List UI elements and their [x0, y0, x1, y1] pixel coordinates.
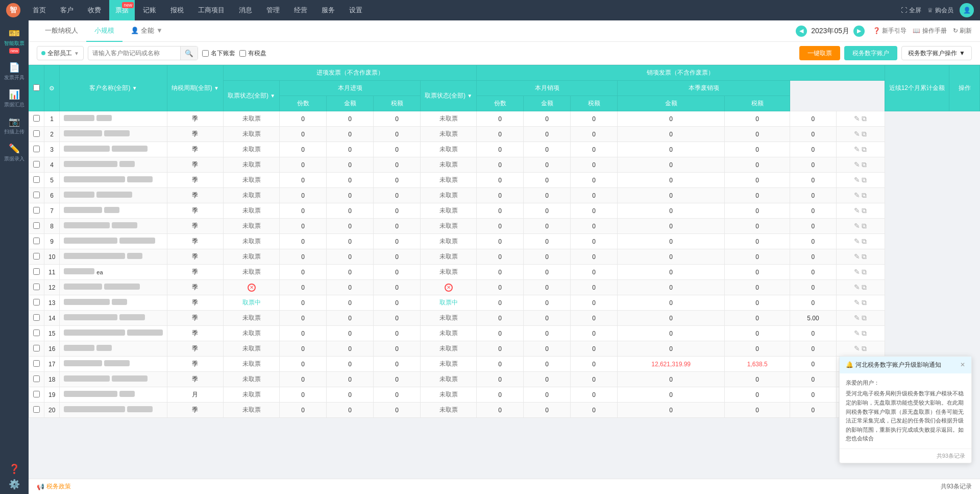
tax-digital-account-ops-btn[interactable]: 税务数字账户操作 ▼ [901, 46, 972, 60]
row-customer-name[interactable] [60, 234, 167, 249]
edit-icon[interactable]: ✎ [854, 145, 860, 153]
nav-home[interactable]: 首页 [27, 0, 52, 20]
period-next-btn[interactable]: ▶ [853, 26, 865, 37]
copy-icon[interactable]: ⧉ [862, 298, 867, 307]
row-checkbox[interactable] [33, 207, 40, 214]
sidebar-item-invoice-entry[interactable]: ✏️ 票据录入 [2, 140, 27, 165]
check-tax-disk[interactable]: 有税盘 [239, 49, 266, 58]
edit-icon[interactable]: ✎ [854, 114, 860, 123]
edit-icon[interactable]: ✎ [854, 237, 860, 245]
row-customer-name[interactable] [60, 173, 167, 188]
period-prev-btn[interactable]: ◀ [796, 26, 807, 37]
row-checkbox[interactable] [33, 360, 40, 367]
row-customer-name[interactable] [60, 295, 167, 311]
user-avatar[interactable]: 👤 [960, 3, 974, 17]
row-customer-name[interactable] [60, 372, 167, 387]
sidebar-item-scan-upload[interactable]: 📷 扫描上传 [2, 113, 27, 138]
copy-icon[interactable]: ⧉ [862, 329, 867, 337]
copy-icon[interactable]: ⧉ [862, 268, 867, 276]
tax-policy-link[interactable]: 税务政策 [46, 482, 71, 491]
sidebar-item-invoice-summary[interactable]: 📊 票据汇总 [2, 86, 27, 111]
nav-business[interactable]: 工商项目 [192, 0, 231, 20]
row-customer-name[interactable] [60, 127, 167, 142]
edit-icon[interactable]: ✎ [854, 191, 860, 199]
edit-icon[interactable]: ✎ [854, 252, 860, 261]
tax-digital-account-btn[interactable]: 税务数字账户 [844, 46, 897, 60]
row-customer-name[interactable] [60, 157, 167, 173]
row-checkbox[interactable] [33, 284, 40, 290]
row-checkbox[interactable] [33, 146, 40, 152]
help-icon[interactable]: ❓ [9, 463, 20, 475]
nav-service[interactable]: 服务 [315, 0, 341, 20]
nav-message[interactable]: 消息 [233, 0, 258, 20]
edit-icon[interactable]: ✎ [854, 314, 860, 322]
edit-icon[interactable]: ✎ [854, 344, 860, 352]
copy-icon[interactable]: ⧉ [862, 283, 867, 291]
th-inbound-status[interactable]: 取票状态(全部) ▼ [223, 81, 279, 111]
row-customer-name[interactable] [60, 357, 167, 372]
nav-tax[interactable]: 报税 [164, 0, 190, 20]
select-all-checkbox[interactable] [33, 84, 40, 91]
edit-icon[interactable]: ✎ [854, 176, 860, 184]
search-input[interactable] [88, 50, 180, 57]
row-checkbox[interactable] [33, 192, 40, 198]
row-checkbox[interactable] [33, 406, 40, 413]
check-tax-disk-input[interactable] [239, 50, 246, 57]
sidebar-item-invoice-open[interactable]: 📄 发票开具 [2, 59, 27, 84]
check-sub-account[interactable]: 名下账套 [202, 49, 235, 58]
edit-icon[interactable]: ✎ [854, 130, 860, 138]
row-checkbox[interactable] [33, 130, 40, 137]
row-checkbox[interactable] [33, 391, 40, 397]
edit-icon[interactable]: ✎ [854, 298, 860, 307]
row-checkbox[interactable] [33, 345, 40, 351]
row-checkbox[interactable] [33, 268, 40, 275]
row-customer-name[interactable] [60, 341, 167, 357]
th-outbound-status[interactable]: 取票状态(全部) ▼ [420, 81, 476, 111]
search-button[interactable]: 🔍 [180, 46, 198, 60]
refresh-btn[interactable]: ↻ 刷新 [953, 27, 972, 35]
tab-all[interactable]: 👤 全能 ▼ [122, 20, 171, 42]
row-checkbox[interactable] [33, 299, 40, 305]
copy-icon[interactable]: ⧉ [862, 160, 867, 169]
row-customer-name[interactable]: ea [60, 265, 167, 280]
edit-icon[interactable]: ✎ [854, 160, 860, 169]
tab-small-scale[interactable]: 小规模 [86, 20, 122, 42]
settings-icon[interactable]: ⚙️ [9, 479, 20, 490]
copy-icon[interactable]: ⧉ [862, 145, 867, 153]
row-checkbox[interactable] [33, 161, 40, 168]
copy-icon[interactable]: ⧉ [862, 237, 867, 245]
manual-btn[interactable]: 📖 操作手册 [913, 27, 946, 35]
edit-icon[interactable]: ✎ [854, 329, 860, 337]
row-customer-name[interactable] [60, 219, 167, 234]
edit-icon[interactable]: ✎ [854, 222, 860, 230]
fullscreen-btn[interactable]: ⛶ 全屏 [901, 6, 921, 15]
nav-bookkeeping[interactable]: 记账 [137, 0, 162, 20]
copy-icon[interactable]: ⧉ [862, 344, 867, 352]
copy-icon[interactable]: ⧉ [862, 130, 867, 138]
row-checkbox[interactable] [33, 330, 40, 336]
edit-icon[interactable]: ✎ [854, 283, 860, 291]
row-customer-name[interactable] [60, 326, 167, 341]
row-checkbox[interactable] [33, 176, 40, 183]
row-customer-name[interactable] [60, 203, 167, 219]
vip-btn[interactable]: ♕ 购会员 [927, 6, 953, 15]
tab-general-taxpayer[interactable]: 一般纳税人 [37, 20, 86, 42]
row-checkbox[interactable] [33, 222, 40, 229]
edit-icon[interactable]: ✎ [854, 206, 860, 215]
row-customer-name[interactable] [60, 311, 167, 326]
nav-customer[interactable]: 客户 [54, 0, 80, 20]
row-customer-name[interactable] [60, 142, 167, 157]
sidebar-item-smart-invoice[interactable]: 🎫 智能取票 new [2, 25, 27, 57]
copy-icon[interactable]: ⧉ [862, 222, 867, 230]
nav-manage[interactable]: 管理 [260, 0, 286, 20]
nav-invoice[interactable]: 票据 new [109, 0, 135, 20]
copy-icon[interactable]: ⧉ [862, 206, 867, 215]
row-customer-name[interactable] [60, 111, 167, 127]
edit-icon[interactable]: ✎ [854, 268, 860, 276]
row-customer-name[interactable] [60, 387, 167, 403]
row-customer-name[interactable] [60, 280, 167, 295]
th-tax-period[interactable]: 纳税周期(全部) ▼ [167, 65, 223, 111]
employee-select[interactable]: 全部员工 ▼ [37, 46, 84, 60]
row-checkbox[interactable] [33, 115, 40, 122]
one-click-invoice-btn[interactable]: 一键取票 [799, 46, 840, 60]
